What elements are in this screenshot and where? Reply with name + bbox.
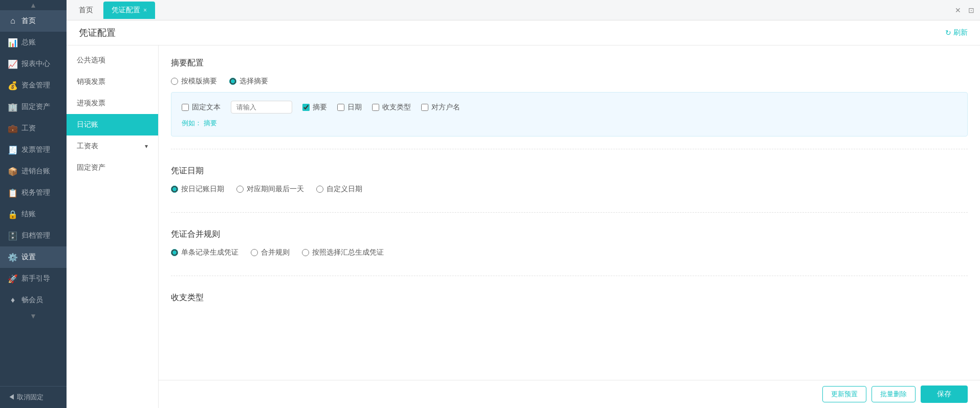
sidebar-item-inventory[interactable]: 📦 进销台账 [0,161,67,182]
summary-example: 例如： 摘要 [182,119,957,128]
bottom-bar: 更新预置 批量删除 保存 [159,380,980,408]
tab-close-icon[interactable]: × [143,7,147,14]
summary-select-label: 选择摘要 [239,77,268,86]
date-radio-journal[interactable]: 按日记账日期 [171,185,224,194]
merge-radio-select-merge[interactable]: 按照选择汇总生成凭证 [302,248,384,257]
refresh-label: 刷新 [953,28,968,37]
right-content: 摘要配置 按模版摘要 选择摘要 [159,46,980,380]
left-nav-fixed-assets[interactable]: 固定资产 [67,157,158,178]
sidebar-label-closing: 结账 [21,210,36,219]
left-nav-public[interactable]: 公共选项 [67,50,158,71]
inventory-icon: 📦 [8,167,17,176]
left-nav-purchase[interactable]: 进项发票 [67,93,158,114]
single-record-label: 单条记录生成凭证 [181,248,238,257]
left-nav-journal[interactable]: 日记账 [67,114,158,135]
income-type-checkbox[interactable] [372,104,379,111]
sidebar-item-funds[interactable]: 💰 资金管理 [0,75,67,96]
update-preview-button[interactable]: 更新预置 [822,386,866,402]
income-type-section: 收支类型 [171,292,968,324]
merge-radio-merge[interactable]: 合并规则 [251,248,290,257]
batch-delete-button[interactable]: 批量删除 [872,386,916,402]
sidebar-scroll-up[interactable]: ▲ [0,0,67,10]
sidebar-unpin-button[interactable]: ◀ 取消固定 [0,386,67,408]
sidebar-item-tax[interactable]: 📋 税务管理 [0,182,67,203]
merge-radio-single[interactable]: 单条记录生成凭证 [171,248,238,257]
tab-voucher-config[interactable]: 凭证配置 × [103,2,155,19]
summary-config-section: 摘要配置 按模版摘要 选择摘要 [171,58,968,149]
voucher-date-radio-group: 按日记账日期 对应期间最后一天 自定义日期 [171,185,968,194]
refresh-button[interactable]: ↻ 刷新 [945,28,968,37]
date-checkbox[interactable] [337,104,344,111]
counterpart-checkbox[interactable] [421,104,428,111]
sidebar-item-closing[interactable]: 🔒 结账 [0,203,67,225]
sidebar-label-inventory: 进销台账 [21,167,50,176]
summary-radio-select[interactable]: 选择摘要 [229,77,268,86]
window-resize-button[interactable]: ⊡ [967,6,976,15]
funds-icon: 💰 [8,81,17,90]
sidebar-label-payroll: 工资 [21,124,36,133]
payroll-icon: 💼 [8,124,17,133]
sidebar-label-guide: 新手引导 [21,274,50,283]
summary-radio-template[interactable]: 按模版摘要 [171,77,217,86]
sidebar-item-settings[interactable]: ⚙️ 设置 [0,246,67,268]
last-day-radio[interactable] [236,186,244,193]
refresh-icon: ↻ [945,29,951,37]
sidebar-item-reports[interactable]: 📈 报表中心 [0,53,67,75]
date-radio-custom[interactable]: 自定义日期 [316,185,362,194]
merge-rules-section: 凭证合并规则 单条记录生成凭证 合并规则 按照选择汇总生成凭证 [171,229,968,276]
sidebar-item-payroll[interactable]: 💼 工资 [0,118,67,139]
window-controls: ✕ ⊡ [953,6,976,15]
date-radio-last-day[interactable]: 对应期间最后一天 [236,185,304,194]
sidebar-label-assets: 固定资产 [21,102,50,111]
summary-select-radio[interactable] [229,78,236,85]
sidebar-label-reports: 报表中心 [21,59,50,69]
summary-config-title: 摘要配置 [171,58,968,69]
tab-home[interactable]: 首页 [71,2,101,19]
save-button[interactable]: 保存 [921,386,968,403]
journal-date-radio[interactable] [171,186,178,193]
tab-home-label: 首页 [79,6,93,15]
sidebar-item-assets[interactable]: 🏢 固定资产 [0,96,67,118]
checkbox-fixed-text[interactable]: 固定文本 [182,103,221,112]
left-nav-fixed-assets-label: 固定资产 [77,163,105,172]
sidebar-item-guide[interactable]: 🚀 新手引导 [0,268,67,289]
merge-rule-radio[interactable] [251,249,258,256]
member-icon: ♦ [8,296,17,305]
sidebar-scroll-down[interactable]: ▼ [0,311,67,321]
sidebar-item-home[interactable]: ⌂ 首页 [0,10,67,32]
fixed-text-checkbox[interactable] [182,104,189,111]
summary-config-box: 固定文本 摘要 日期 [171,92,968,137]
summary-template-label: 按模版摘要 [181,77,217,86]
sidebar-label-funds: 资金管理 [21,81,50,90]
voucher-date-title: 凭证日期 [171,166,968,176]
sidebar-item-member[interactable]: ♦ 畅会员 [0,289,67,311]
sidebar-item-archive[interactable]: 🗄️ 归档管理 [0,225,67,246]
archive-icon: 🗄️ [8,231,17,240]
left-nav-journal-label: 日记账 [77,120,98,129]
summary-template-radio[interactable] [171,78,178,85]
left-nav-sales[interactable]: 销项发票 [67,71,158,93]
custom-date-radio[interactable] [316,186,323,193]
last-day-label: 对应期间最后一天 [247,185,304,194]
fixed-text-input[interactable] [231,101,292,114]
summary-checkbox[interactable] [302,104,310,111]
page-header: 凭证配置 ↻ 刷新 [67,20,980,46]
single-record-radio[interactable] [171,249,178,256]
checkbox-date[interactable]: 日期 [337,103,362,112]
left-nav-sales-label: 销项发票 [77,77,105,86]
sidebar-item-ledger[interactable]: 📊 总账 [0,32,67,53]
sidebar-item-invoice[interactable]: 🧾 发票管理 [0,139,67,161]
income-type-section-title: 收支类型 [171,292,968,303]
content-wrapper: 公共选项 销项发票 进项发票 日记账 工资表 ▾ 固定资产 [67,46,980,408]
checkbox-summary[interactable]: 摘要 [302,103,327,112]
merge-rule-label: 合并规则 [261,248,290,257]
sidebar-label-member: 畅会员 [21,296,43,305]
sidebar-label-ledger: 总账 [21,38,36,47]
checkbox-income-type[interactable]: 收支类型 [372,103,411,112]
select-merge-radio[interactable] [302,249,309,256]
checkbox-counterpart[interactable]: 对方户名 [421,103,460,112]
voucher-date-section: 凭证日期 按日记账日期 对应期间最后一天 自定义日期 [171,166,968,213]
window-close-button[interactable]: ✕ [953,6,963,15]
assets-icon: 🏢 [8,102,17,111]
left-nav-payroll-table[interactable]: 工资表 ▾ [67,135,158,157]
